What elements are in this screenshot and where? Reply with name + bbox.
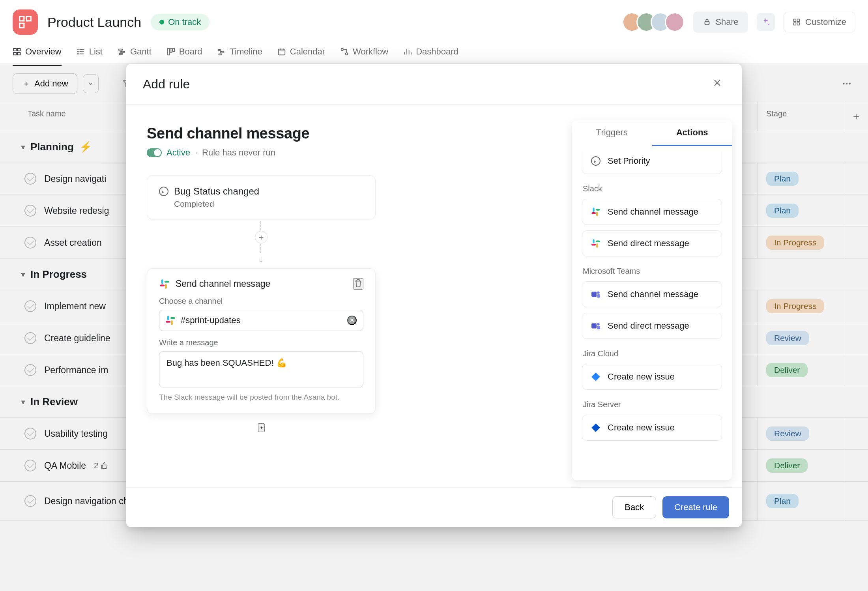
tab-label: Dashboard [416,47,458,57]
sb-item-label: Create new issue [608,423,675,433]
svg-rect-52 [591,212,596,214]
create-rule-button[interactable]: Create rule [662,496,729,518]
separator: · [195,148,197,158]
svg-point-59 [597,291,600,294]
close-button[interactable] [709,75,725,93]
action-option[interactable]: Send channel message [582,199,722,225]
sidebar-group-label: Jira Server [583,400,722,409]
sidebar-tabs: Triggers Actions [572,120,732,146]
tab-calendar[interactable]: Calendar [277,41,325,66]
tab-workflow[interactable]: Workflow [340,41,388,66]
teams-icon [590,289,601,300]
svg-rect-46 [167,316,169,321]
priority-icon [590,155,601,166]
svg-point-33 [346,53,348,55]
channel-select[interactable]: #sprint-updates ✕ [159,310,363,331]
tab-label: Calendar [290,47,325,57]
trigger-card[interactable]: Bug Status changed Completed [147,175,376,219]
action-option[interactable]: Send direct message [582,230,722,256]
tab-timeline[interactable]: Timeline [217,41,262,66]
svg-rect-63 [597,326,600,329]
delete-action-button[interactable] [353,278,363,290]
tab-board[interactable]: Board [166,41,202,66]
tab-list[interactable]: List [77,41,103,66]
sb-item-label: Send direct message [608,321,689,331]
tab-label: List [89,47,103,57]
calendar-icon [277,47,286,56]
message-helper: The Slack message will be posted from th… [159,393,363,402]
close-icon: ✕ [350,317,355,324]
sb-item-label: Set Priority [608,156,650,166]
slack-icon [159,279,170,290]
rule-name[interactable]: Send channel message [147,125,542,142]
tab-gantt[interactable]: Gantt [118,41,152,66]
svg-rect-11 [14,52,16,55]
svg-rect-12 [18,52,20,55]
customize-button[interactable]: Customize [784,12,855,32]
svg-point-4 [768,24,769,25]
svg-rect-42 [161,279,163,284]
channel-field-label: Choose a channel [159,297,363,306]
svg-rect-8 [797,23,800,25]
clear-channel-button[interactable]: ✕ [347,316,357,325]
jira-icon [590,371,601,382]
dashboard-icon [403,47,412,56]
tab-overview[interactable]: Overview [13,41,62,66]
sidebar-tab-actions[interactable]: Actions [652,120,733,146]
svg-rect-7 [794,23,796,25]
message-value: Bug has been SQUASHED! 💪 [166,358,287,368]
channel-value: #sprint-updates [181,315,241,325]
sb-item-label: Send channel message [608,289,698,299]
active-toggle[interactable] [147,148,162,157]
ai-sparkle-button[interactable] [757,13,775,31]
action-card: Send channel message Choose a channel #s… [147,268,376,414]
svg-rect-56 [591,244,596,245]
action-header-text: Send channel message [176,279,270,289]
svg-rect-44 [160,284,165,286]
svg-rect-22 [168,49,170,55]
tab-label: Gantt [130,47,152,57]
svg-rect-19 [119,49,122,50]
share-button[interactable]: Share [693,11,748,33]
trigger-icon [159,187,168,196]
svg-rect-25 [218,50,221,51]
svg-point-17 [77,51,78,52]
add-rule-modal: Add rule Send channel message Active · R… [126,64,742,527]
svg-rect-50 [593,208,594,212]
grid-icon [13,47,21,56]
back-button[interactable]: Back [612,496,656,518]
sidebar-body[interactable]: Set Priority Slack Send channel message … [572,146,732,480]
trash-icon [354,279,363,288]
svg-point-18 [77,54,78,54]
action-option[interactable]: Send direct message [582,313,722,339]
status-note: Rule has never run [202,148,275,158]
gantt-icon [118,47,126,56]
add-trigger-step-button[interactable]: ＋ [255,231,268,243]
slack-icon [165,315,176,326]
action-option[interactable]: Create new issue [582,415,722,441]
svg-rect-27 [219,54,221,55]
member-avatars[interactable] [628,12,685,32]
connector-line-icon: ┆ [258,223,265,228]
project-title[interactable]: Product Launch [47,15,141,30]
svg-rect-23 [170,49,172,53]
modal-title: Add rule [143,77,190,92]
app-header: Product Launch On track Share Customize [0,0,868,38]
project-icon [13,9,38,35]
svg-rect-58 [591,292,597,297]
action-item-set-priority[interactable]: Set Priority [582,151,722,174]
modal-header: Add rule [126,64,742,105]
tab-label: Board [179,47,202,57]
add-action-step-button[interactable]: ＋ [258,423,265,432]
customize-label: Customize [805,17,846,27]
action-option[interactable]: Create new issue [582,364,722,390]
svg-rect-47 [171,320,173,325]
rule-sidebar: Triggers Actions Set Priority Slack Send… [562,105,742,487]
message-textarea[interactable]: Bug has been SQUASHED! 💪 [159,351,363,387]
status-chip[interactable]: On track [151,14,210,30]
tab-dashboard[interactable]: Dashboard [403,41,458,66]
message-field-label: Write a message [159,338,363,347]
svg-rect-6 [797,19,800,22]
sidebar-tab-triggers[interactable]: Triggers [572,120,652,146]
action-option[interactable]: Send channel message [582,281,722,307]
